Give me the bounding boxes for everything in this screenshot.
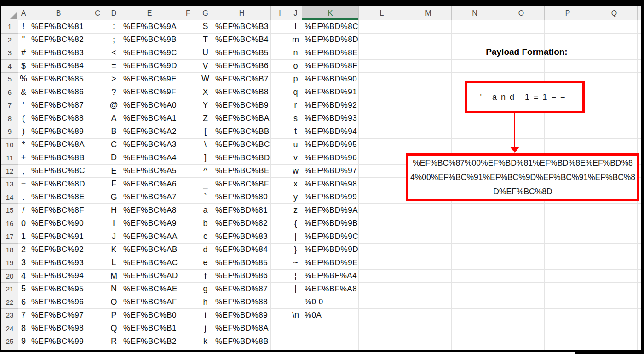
cell-o20[interactable] <box>498 270 545 283</box>
cell-k2[interactable]: %EF%BD%8D <box>302 34 359 47</box>
cell-k17[interactable]: %EF%BD%9C <box>302 230 359 244</box>
cell-j26[interactable] <box>289 348 302 351</box>
cell-e12[interactable]: %EF%BC%A5 <box>121 165 178 178</box>
cell-e20[interactable]: %EF%BC%AD <box>121 270 178 283</box>
cell-c2[interactable] <box>88 34 107 47</box>
cell-i23[interactable] <box>271 309 289 322</box>
cell-l3[interactable] <box>359 46 405 60</box>
cell-m9[interactable] <box>405 125 452 139</box>
cell-g23[interactable]: i <box>198 309 213 322</box>
column-header-l[interactable]: L <box>359 6 405 20</box>
cell-b7[interactable]: %EF%BC%87 <box>29 99 88 112</box>
cell-a25[interactable]: 9 <box>18 335 29 348</box>
cell-c13[interactable] <box>88 178 107 191</box>
cell-l2[interactable] <box>359 34 405 47</box>
cell-h18[interactable]: %EF%BD%84 <box>213 244 271 257</box>
cell-k19[interactable]: %EF%BD%9E <box>302 256 359 270</box>
cell-m1[interactable] <box>405 20 452 34</box>
cell-h25[interactable]: %EF%BD%8B <box>213 335 271 348</box>
cell-j8[interactable]: s <box>289 112 302 126</box>
cell-f20[interactable] <box>178 270 198 283</box>
cell-d9[interactable]: B <box>107 125 121 139</box>
row-header-1[interactable]: 1 <box>1 20 18 34</box>
cell-c26[interactable] <box>88 348 107 351</box>
cell-e7[interactable]: %EF%BC%A0 <box>121 99 178 112</box>
cell-l6[interactable] <box>359 86 405 99</box>
cell-q2[interactable] <box>591 34 638 47</box>
row-header-15[interactable]: 15 <box>1 204 18 217</box>
cell-g2[interactable]: T <box>198 34 213 47</box>
cell-k9[interactable]: %EF%BD%94 <box>302 125 359 139</box>
row-header-23[interactable]: 23 <box>1 309 18 322</box>
cell-g19[interactable]: e <box>198 256 213 270</box>
cell-k4[interactable]: %EF%BD%8F <box>302 60 359 73</box>
cell-a3[interactable]: # <box>18 46 29 60</box>
cell-h6[interactable]: %EF%BC%B8 <box>213 86 271 99</box>
column-header-p[interactable]: P <box>545 6 591 20</box>
cell-e15[interactable]: %EF%BC%A8 <box>121 204 178 217</box>
cell-g16[interactable]: b <box>198 217 213 231</box>
cell-q20[interactable] <box>591 270 638 283</box>
cell-b6[interactable]: %EF%BC%86 <box>29 86 88 99</box>
cell-c22[interactable] <box>88 296 107 309</box>
cell-j9[interactable]: t <box>289 125 302 139</box>
cell-n19[interactable] <box>452 256 498 270</box>
cell-f7[interactable] <box>178 99 198 112</box>
cell-q24[interactable] <box>591 322 638 336</box>
red-arrow-line[interactable] <box>514 113 515 148</box>
cell-a20[interactable]: 4 <box>18 270 29 283</box>
cell-h2[interactable]: %EF%BC%B4 <box>213 34 271 47</box>
cell-b3[interactable]: %EF%BC%83 <box>29 46 88 60</box>
cell-b17[interactable]: %EF%BC%91 <box>29 230 88 244</box>
row-header-16[interactable]: 16 <box>1 217 18 231</box>
cell-j14[interactable]: y <box>289 191 302 204</box>
cell-f17[interactable] <box>178 230 198 244</box>
cell-f26[interactable] <box>178 348 198 351</box>
cell-l7[interactable] <box>359 99 405 112</box>
cell-d6[interactable]: ? <box>107 86 121 99</box>
cell-a11[interactable]: + <box>18 151 29 165</box>
cell-l26[interactable] <box>359 348 405 351</box>
cell-f4[interactable] <box>178 60 198 73</box>
column-header-e[interactable]: E <box>121 6 178 20</box>
cell-i14[interactable] <box>271 191 289 204</box>
cell-b25[interactable]: %EF%BC%99 <box>29 335 88 348</box>
cell-m7[interactable] <box>405 99 452 112</box>
cell-a14[interactable]: . <box>18 191 29 204</box>
cell-d10[interactable]: C <box>107 139 121 152</box>
cell-k21[interactable]: %EF%BF%A8 <box>302 283 359 296</box>
cell-k1[interactable]: %EF%BD%8C <box>302 20 359 34</box>
cell-d15[interactable]: H <box>107 204 121 217</box>
cell-q26[interactable] <box>591 348 638 351</box>
cell-f23[interactable] <box>178 309 198 322</box>
cell-k3[interactable]: %EF%BD%8E <box>302 46 359 60</box>
cell-q5[interactable] <box>591 73 638 86</box>
cell-a2[interactable]: " <box>18 34 29 47</box>
column-header-i[interactable]: I <box>271 6 289 20</box>
cell-g11[interactable]: ] <box>198 151 213 165</box>
cell-g6[interactable]: X <box>198 86 213 99</box>
cell-k26[interactable] <box>302 348 359 351</box>
cell-j15[interactable]: z <box>289 204 302 217</box>
cell-f22[interactable] <box>178 296 198 309</box>
cell-f13[interactable] <box>178 178 198 191</box>
payload-encoded-box[interactable]: %EF%BC%87%00%EF%BD%81%EF%BD%8E%EF%BD%84%… <box>406 153 639 201</box>
cell-k5[interactable]: %EF%BD%90 <box>302 73 359 86</box>
cell-q23[interactable] <box>591 309 638 322</box>
cell-h1[interactable]: %EF%BC%B3 <box>213 20 271 34</box>
cell-i24[interactable] <box>271 322 289 336</box>
cell-d8[interactable]: A <box>107 112 121 126</box>
cell-j20[interactable]: ¦ <box>289 270 302 283</box>
cell-l8[interactable] <box>359 112 405 126</box>
cell-o19[interactable] <box>498 256 545 270</box>
cell-p1[interactable] <box>545 20 591 34</box>
cell-e1[interactable]: %EF%BC%9A <box>121 20 178 34</box>
cell-f1[interactable] <box>178 20 198 34</box>
cell-k20[interactable]: %EF%BF%A4 <box>302 270 359 283</box>
row-header-22[interactable]: 22 <box>1 296 18 309</box>
cell-d13[interactable]: F <box>107 178 121 191</box>
cell-p20[interactable] <box>545 270 591 283</box>
cell-f8[interactable] <box>178 112 198 126</box>
cell-a16[interactable]: 0 <box>18 217 29 231</box>
cell-c14[interactable] <box>88 191 107 204</box>
